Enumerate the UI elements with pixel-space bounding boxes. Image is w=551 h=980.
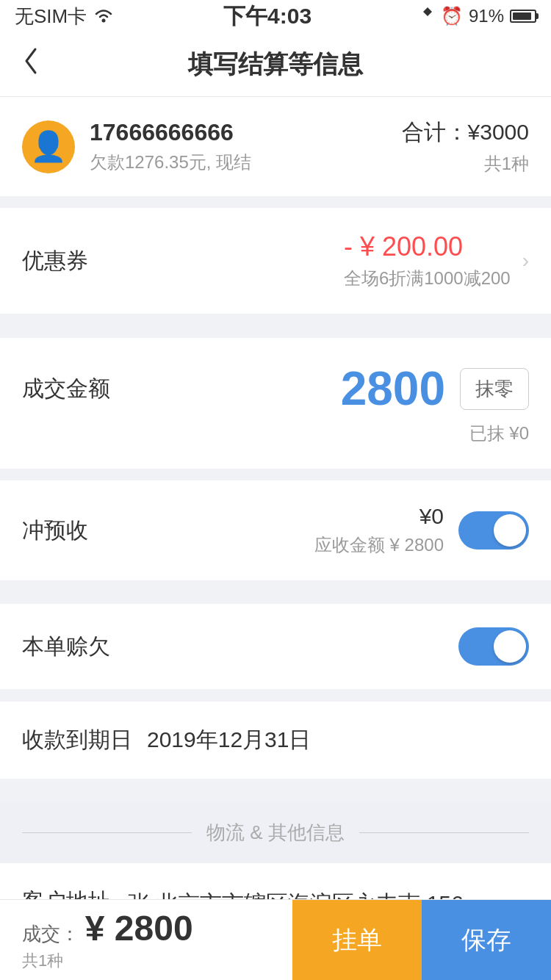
alarm-icon: ⏰ (441, 6, 463, 26)
location-icon (420, 6, 435, 26)
divider-line-right (359, 832, 529, 833)
bottom-amount: ¥ 2800 (85, 909, 193, 948)
user-left: 👤 17666666666 欠款1276.35元, 现结 (22, 119, 251, 174)
deal-row: 成交金额 2800 抹零 (22, 361, 529, 416)
hold-button[interactable]: 挂单 (292, 900, 422, 981)
header: 填写结算等信息 (0, 32, 551, 97)
avatar: 👤 (22, 120, 75, 173)
coupon-label: 优惠券 (22, 246, 88, 276)
bottom-summary-label: 成交： (22, 923, 79, 945)
divider-section: 物流 & 其他信息 (0, 802, 551, 863)
toggle-knob (494, 514, 526, 547)
wifi-icon (93, 5, 115, 28)
precollect-label: 冲预收 (22, 516, 88, 546)
due-label: 收款到期日 (22, 725, 132, 755)
precollect-right: ¥0 应收金额 ¥ 2800 (314, 504, 529, 557)
deal-already: 已抹 ¥0 (22, 422, 529, 445)
debt-toggle[interactable] (458, 627, 529, 666)
precollect-sub: 应收金额 ¥ 2800 (314, 533, 444, 557)
user-total: 合计：¥3000 (402, 118, 529, 148)
coupon-chevron-icon: › (522, 249, 529, 273)
status-bar: 无SIM卡 下午4:03 ⏰ 91% (0, 0, 551, 32)
deal-amount: 2800 (341, 361, 445, 416)
deal-label: 成交金额 (22, 374, 110, 404)
status-left: 无SIM卡 (15, 4, 115, 29)
user-phone: 17666666666 (90, 119, 251, 146)
carrier-label: 无SIM卡 (15, 4, 87, 29)
coupon-discount: - ¥ 200.00 (344, 231, 511, 262)
divider-text: 物流 & 其他信息 (206, 820, 345, 846)
bottom-count: 共1种 (22, 950, 270, 972)
debt-toggle-knob (494, 630, 526, 663)
status-right: ⏰ 91% (420, 6, 536, 26)
content: 👤 17666666666 欠款1276.35元, 现结 合计：¥3000 共1… (0, 97, 551, 980)
save-button[interactable]: 保存 (422, 900, 551, 981)
status-time: 下午4:03 (223, 1, 311, 32)
bottom-summary: 成交： ¥ 2800 共1种 (0, 908, 292, 972)
bottom-bar: 成交： ¥ 2800 共1种 挂单 保存 (0, 899, 551, 980)
precollect-row: 冲预收 ¥0 应收金额 ¥ 2800 (22, 504, 529, 557)
debt-section: 本单赊欠 (0, 604, 551, 689)
user-info: 17666666666 欠款1276.35元, 现结 (90, 119, 251, 174)
divider-line-left (22, 832, 192, 833)
due-value: 2019年12月31日 (147, 725, 311, 755)
separator-2 (0, 592, 551, 604)
bottom-summary-line: 成交： ¥ 2800 (22, 908, 270, 948)
deal-section: 成交金额 2800 抹零 已抹 ¥0 (0, 338, 551, 469)
round-button[interactable]: 抹零 (460, 368, 529, 410)
coupon-right: - ¥ 200.00 全场6折满1000减200 › (344, 231, 529, 290)
deal-amount-wrap: 2800 抹零 (341, 361, 529, 416)
user-count: 共1种 (402, 152, 529, 176)
user-right: 合计：¥3000 共1种 (402, 118, 529, 176)
coupon-desc: 全场6折满1000减200 (344, 267, 511, 290)
user-debt: 欠款1276.35元, 现结 (90, 151, 251, 174)
precollect-section: 冲预收 ¥0 应收金额 ¥ 2800 (0, 480, 551, 580)
due-date-section: 收款到期日 2019年12月31日 (0, 702, 551, 779)
coupon-row[interactable]: 优惠券 - ¥ 200.00 全场6折满1000减200 › (0, 208, 551, 314)
debt-label: 本单赊欠 (22, 632, 110, 662)
battery-label: 91% (469, 6, 504, 26)
separator-4 (0, 790, 551, 802)
page-title: 填写结算等信息 (188, 48, 363, 82)
back-button[interactable] (22, 46, 40, 82)
precollect-val-wrap: ¥0 应收金额 ¥ 2800 (314, 504, 444, 557)
separator-1 (0, 326, 551, 338)
svg-point-0 (102, 18, 106, 22)
user-row: 👤 17666666666 欠款1276.35元, 现结 合计：¥3000 共1… (0, 97, 551, 196)
precollect-toggle[interactable] (458, 511, 529, 550)
battery-icon (510, 10, 536, 23)
precollect-value: ¥0 (314, 504, 444, 529)
